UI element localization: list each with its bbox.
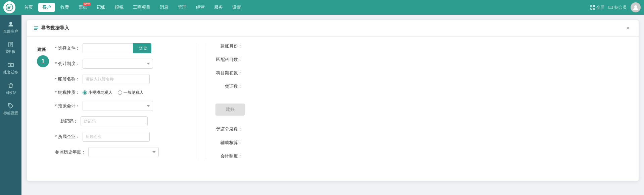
vouchers-row: 凭证数： — [215, 83, 629, 89]
svg-rect-3 — [591, 8, 592, 9]
sidebar: 全部客户 0申报 账套迁移 回收站 — [0, 15, 21, 195]
month-label: 建账月份： — [215, 43, 242, 49]
file-text-input[interactable] — [83, 43, 133, 53]
memo-code-row: 助记码： — [55, 116, 159, 126]
tax-radio-group: 小规模纳税人 一般纳税人 — [83, 90, 144, 95]
radio-general-input[interactable] — [118, 90, 122, 95]
form-left: 建账 1 * 选择文件： +浏览 — [37, 43, 191, 159]
svg-rect-5 — [609, 6, 613, 9]
accounting-system-label: * 会计制度： — [55, 61, 80, 67]
file-label: * 选择文件： — [55, 45, 80, 51]
sidebar-item-zero-report[interactable]: 0申报 — [1, 39, 20, 57]
accountant-label: * 指派会计： — [55, 103, 80, 109]
nav-services[interactable]: 服务 — [210, 3, 227, 12]
history-year-row: 参照历史年度： — [55, 147, 159, 157]
company-input[interactable] — [83, 132, 150, 142]
accounting-system-row: * 会计制度： — [55, 59, 159, 69]
sidebar-item-recycle-bin[interactable]: 回收站 — [1, 79, 20, 98]
user-avatar[interactable] — [631, 2, 641, 12]
svg-rect-4 — [593, 8, 595, 9]
accountant-select[interactable] — [83, 101, 153, 111]
tax-type-row: * 纳税性质： 小规模纳税人 一般纳税人 — [55, 89, 159, 95]
nav-management[interactable]: 管理 — [174, 3, 191, 12]
accounting-system-select[interactable] — [83, 59, 153, 69]
nav-settings[interactable]: 设置 — [228, 3, 245, 12]
month-row: 建账月份： — [215, 43, 629, 49]
step-label: 建账 — [37, 47, 46, 53]
initial-balance-label: 科目期初数： — [215, 70, 242, 76]
sidebar-item-account-migration[interactable]: 账套迁移 — [1, 59, 20, 77]
dialog: 导爷数据导入 × 建账 1 — [27, 20, 639, 181]
nav-home[interactable]: 首页 — [20, 3, 37, 12]
form-fields: * 选择文件： +浏览 * 会计制度： — [55, 43, 159, 157]
tax-type-label: * 纳税性质： — [55, 89, 80, 95]
sidebar-item-all-customers[interactable]: 全部客户 — [1, 18, 20, 37]
svg-rect-9 — [8, 63, 10, 67]
ledger-name-input[interactable] — [83, 74, 150, 84]
nav-operations[interactable]: 经营 — [192, 3, 209, 12]
close-button[interactable]: × — [624, 24, 632, 32]
form-right: 建账月份： 匹配科目数： 科目期初数： 凭证数： — [205, 43, 629, 159]
top-nav: 首页 客户 收费 票据 new 记账 报税 工商项目 消息 管理 经营 服务 设… — [0, 0, 644, 15]
accountant-row: * 指派会计： — [55, 101, 159, 111]
svg-rect-1 — [591, 5, 592, 7]
nav-business-projects[interactable]: 工商项目 — [129, 3, 154, 12]
form-container: 建账 1 * 选择文件： +浏览 — [37, 43, 629, 159]
file-input-group: +浏览 — [83, 43, 151, 53]
dialog-title: 导爷数据导入 — [34, 25, 69, 31]
browse-button[interactable]: +浏览 — [133, 43, 151, 53]
history-year-label: 参照历史年度： — [55, 149, 86, 155]
history-year-select[interactable] — [88, 147, 159, 157]
svg-rect-2 — [593, 5, 595, 7]
file-row: * 选择文件： +浏览 — [55, 43, 159, 53]
vertical-divider — [198, 43, 198, 159]
radio-general[interactable]: 一般纳税人 — [118, 90, 144, 95]
nav-tax[interactable]: 报税 — [111, 3, 128, 12]
svg-point-11 — [9, 105, 10, 105]
auxiliary-calc-row: 辅助核算： — [215, 140, 629, 146]
dialog-body: 建账 1 * 选择文件： +浏览 — [27, 37, 639, 169]
app-logo[interactable] — [3, 1, 15, 13]
right-accounting-system-row: 会计制度： — [215, 153, 629, 159]
main-layout: 全部客户 0申报 账套迁移 回收站 — [0, 15, 644, 195]
match-subjects-label: 匹配科目数： — [215, 57, 242, 63]
right-accounting-system-label: 会计制度： — [215, 153, 242, 159]
build-account-button[interactable]: 建账 — [215, 104, 245, 116]
nav-bookkeeping[interactable]: 记账 — [93, 3, 109, 12]
dialog-header: 导爷数据导入 × — [27, 20, 639, 37]
memo-code-label: 助记码： — [55, 118, 78, 124]
voucher-entries-label: 凭证分录数： — [215, 126, 242, 132]
nav-invoices[interactable]: 票据 new — [75, 3, 91, 12]
company-label: * 所属企业： — [55, 134, 80, 140]
radio-small-scale[interactable]: 小规模纳税人 — [83, 90, 112, 95]
main-content: 导爷数据导入 × 建账 1 — [21, 15, 644, 195]
ledger-name-row: * 账簿名称： — [55, 74, 159, 84]
vip-btn[interactable]: 畅会员 — [608, 5, 627, 10]
radio-small-scale-input[interactable] — [83, 90, 87, 95]
voucher-entries-row: 凭证分录数： — [215, 126, 629, 132]
nav-customers[interactable]: 客户 — [38, 3, 55, 12]
sidebar-item-tag-settings[interactable]: 标签设置 — [1, 100, 20, 118]
new-badge: new — [83, 2, 91, 6]
nav-messages[interactable]: 消息 — [156, 3, 172, 12]
build-btn-row: 建账 — [215, 100, 629, 116]
memo-code-input[interactable] — [81, 116, 148, 126]
nav-fees[interactable]: 收费 — [56, 3, 73, 12]
nav-right: 全屏 畅会员 — [590, 2, 641, 12]
fullscreen-btn[interactable]: 全屏 — [590, 5, 604, 10]
match-subjects-row: 匹配科目数： — [215, 57, 629, 63]
company-row: * 所属企业： — [55, 132, 159, 142]
ledger-name-label: * 账簿名称： — [55, 76, 80, 82]
step-circle: 1 — [37, 55, 49, 67]
auxiliary-calc-label: 辅助核算： — [215, 140, 242, 146]
initial-balance-row: 科目期初数： — [215, 70, 629, 76]
svg-point-7 — [9, 22, 12, 24]
vouchers-label: 凭证数： — [215, 83, 242, 89]
svg-point-6 — [634, 5, 637, 8]
